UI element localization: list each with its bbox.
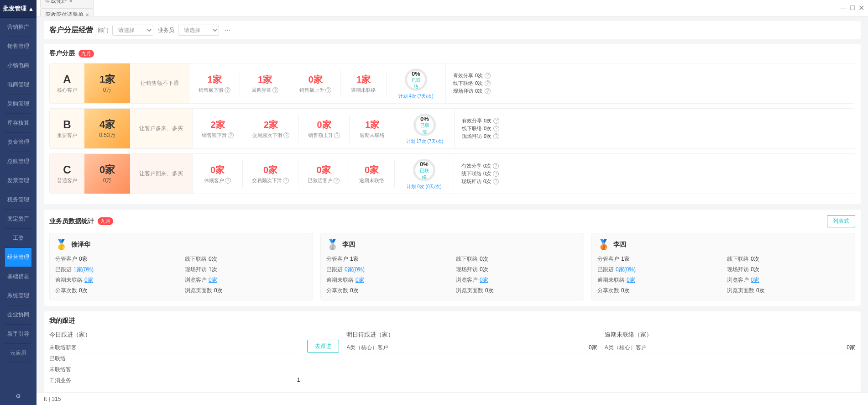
tier-stats-A: 1家 0万 — [84, 63, 130, 103]
sidebar-item-电商管理[interactable]: 电商管理 — [5, 75, 31, 95]
agent-stat-val-1-分享次数: 0次 — [350, 287, 359, 295]
followup-section: 我的跟进 今日跟进（家） 未联络新客已联络未联络客工消业务1 去跟进 明日待跟进… — [44, 311, 861, 392]
sidebar-item-销售管理[interactable]: 销售管理 — [5, 37, 31, 56]
agent-stat-row-0-分享次数: 分享次数 0次 — [55, 287, 178, 295]
tab-minimize-icon[interactable]: — — [839, 4, 847, 12]
tier-row-A: A 核心客户 1家 0万 让销售额不下滑 1家 销售额下滑? 1家 回购异常? … — [49, 63, 855, 104]
agent-stat-val-0-分享次数: 0次 — [79, 287, 88, 295]
filter-more-icon[interactable]: ··· — [225, 26, 230, 34]
agent-stat-val-2-已跟进[interactable]: 0家(0%) — [616, 266, 636, 274]
agent-stat-val-1-已跟进[interactable]: 0家(0%) — [345, 266, 365, 274]
tab-close-生成凭证[interactable]: ✕ — [69, 0, 73, 4]
agent-stat-val-1-浏览客户[interactable]: 0家 — [480, 276, 488, 284]
agent-stat-val-0-逾期未联络[interactable]: 0家 — [84, 276, 93, 284]
sidebar-item-税务管理[interactable]: 税务管理 — [5, 190, 31, 210]
sidebar-item-工资[interactable]: 工资 — [5, 229, 31, 248]
sidebar-item-小畅电商[interactable]: 小畅电商 — [5, 56, 31, 75]
agent-stat-row-0-现场拜访: 现场拜访 1次 — [185, 266, 307, 274]
tier-metric-A-销售额上升: 0家 销售额上升? — [290, 70, 341, 97]
sidebar-item-经营管理[interactable]: 经营管理 — [5, 248, 31, 267]
agent-stats-1: 分管客户 1家 线下联络 0次 已跟进 0家(0%) 现场拜访 0次 逾期未联络… — [326, 255, 578, 295]
tier-circle-A: 0% 已联络 计划 4次 (7天/次) — [387, 63, 446, 103]
agent-card-0: 🥇 徐泽华 分管客户 0家 线下联络 0次 已跟进 1家(0%) 现场拜访 1次 — [49, 233, 313, 300]
agent-stat-val-0-线下联络: 0次 — [209, 255, 217, 263]
agent-stat-row-0-浏览客户: 浏览客户 0家 — [185, 276, 307, 284]
bottom-hint: It } 315 — [37, 393, 868, 405]
agent-stat-val-2-逾期未联络[interactable]: 0家 — [627, 276, 635, 284]
tier-action-A: 让销售额不下滑 — [130, 63, 189, 103]
tier-letter-A: A — [63, 73, 71, 86]
agent-stat-row-2-分享次数: 分享次数 0次 — [597, 287, 720, 295]
followup-title: 我的跟进 — [49, 317, 855, 325]
sidebar-item-新手引导[interactable]: 新手引导 — [5, 325, 31, 344]
biz-section-title: 业务员数据统计 — [49, 217, 94, 226]
tab-maximize-icon[interactable]: □ — [850, 4, 855, 12]
agent-name-2: 李四 — [613, 241, 626, 249]
tier-stats-C: 0家 0万 — [84, 154, 130, 194]
agent-stat-val-0-浏览客户[interactable]: 0家 — [209, 276, 217, 284]
sidebar-item-固定资产[interactable]: 固定资产 — [5, 210, 31, 229]
tier-circle-C: 0% 已联络 计划 0次 (0天/次) — [395, 154, 454, 194]
sidebar-settings[interactable]: ⚙ — [0, 387, 37, 405]
agent-stat-val-0-已跟进[interactable]: 1家(0%) — [73, 266, 94, 274]
sidebar-item-营销推广[interactable]: 营销推广 — [5, 18, 31, 37]
tier-metric-C-休眠客户: 0家 休眠客户? — [193, 160, 243, 188]
circle-text-A: 0% 已联络 — [410, 70, 423, 89]
biz-section-header: 业务员数据统计 九月 列表式 — [49, 215, 855, 227]
tier-metric-B-销售额下滑: 2家 销售额下滑? — [193, 115, 243, 142]
tier-name-C: 普通客户 — [57, 177, 77, 184]
tier-count-B: 4家 — [99, 118, 115, 131]
agent-stat-val-1-浏览页面数: 0次 — [485, 287, 494, 295]
sidebar-item-发票管理[interactable]: 发票管理 — [5, 171, 31, 190]
tier-label-C: C 普通客户 — [50, 154, 84, 194]
tier-metrics-B: 2家 销售额下滑? 2家 交易频次下滑? 0家 销售额上升? 1家 逾期未联络 … — [193, 109, 855, 148]
tab-close-icon[interactable]: ✕ — [858, 4, 864, 12]
sidebar-item-系统管理[interactable]: 系统管理 — [5, 286, 31, 305]
followup-overdue-title: 逾期未联络（家） — [605, 331, 855, 339]
tier-metric-B-交易频次下滑: 2家 交易频次下滑? — [243, 115, 299, 142]
sidebar-items: 营销推广销售管理小畅电商电商管理采购管理库存核算资金管理总账管理发票管理税务管理… — [5, 18, 31, 363]
tier-metrics-C: 0家 休眠客户? 0家 交易频次下滑? 0家 已激活客户? 0家 逾期未联络 0… — [193, 154, 855, 194]
followup-today-rows: 未联络新客已联络未联络客工消业务1 — [49, 342, 300, 386]
agent-stat-row-1-浏览客户: 浏览客户 0家 — [456, 276, 578, 284]
agent-stat-val-1-逾期未联络[interactable]: 0家 — [356, 276, 364, 284]
tier-count-C: 0家 — [99, 163, 115, 177]
agent-card-1: 🥈 李四 分管客户 1家 线下联络 0次 已跟进 0家(0%) 现场拜访 0次 — [320, 233, 584, 300]
sidebar-item-资金管理[interactable]: 资金管理 — [5, 133, 31, 152]
content-area: 客户分层经营 部门 请选择 业务员 请选择 ··· 客户分层 九月 — [37, 16, 868, 405]
circle-wrap-A: 0% 已联络 — [403, 67, 429, 92]
agent-stat-row-1-已跟进: 已跟进 0家(0%) — [326, 266, 449, 274]
sidebar-item-库存核算[interactable]: 库存核算 — [5, 114, 31, 133]
followup-tomorrow-col: 明日待跟进（家） A类（核心）客户0家 — [346, 331, 597, 353]
sidebar-item-基础信息[interactable]: 基础信息 — [5, 267, 31, 286]
sidebar-header[interactable]: 批发管理 ▲ — [0, 0, 37, 18]
sidebar-item-总账管理[interactable]: 总账管理 — [5, 152, 31, 171]
filter-agent-select[interactable]: 请选择 — [178, 25, 219, 36]
list-view-btn[interactable]: 列表式 — [827, 215, 855, 227]
tier-amount-C: 0万 — [103, 177, 112, 184]
tab-应收应付调整单[interactable]: 应收应付调整单✕ — [40, 8, 94, 17]
filter-dept-select[interactable]: 请选择 — [112, 25, 153, 36]
filter-agent-group: 业务员 请选择 ··· — [158, 25, 230, 36]
agent-stat-row-1-线下联络: 线下联络 0次 — [456, 255, 578, 263]
agent-stat-val-1-分管客户: 1家 — [350, 255, 359, 263]
tab-close-应收应付调整单[interactable]: ✕ — [85, 12, 89, 16]
sidebar-collapse-icon[interactable]: ▲ — [28, 5, 34, 12]
tier-extra-C: 有效分享0次?线下联络0次?现场拜访0次? — [454, 159, 506, 189]
sidebar-item-企业协同[interactable]: 企业协同 — [5, 305, 31, 325]
followup-goto-btn[interactable]: 去跟进 — [307, 340, 339, 353]
agent-stat-row-1-现场拜访: 现场拜访 0次 — [456, 266, 578, 274]
tab-生成凭证[interactable]: 生成凭证✕ — [40, 0, 94, 8]
tier-metric-A-销售额下滑: 1家 销售额下滑? — [189, 70, 240, 97]
sidebar-item-云应用[interactable]: 云应用 — [5, 344, 31, 363]
agent-stat-val-2-浏览客户[interactable]: 0家 — [751, 276, 759, 284]
agent-stats-0: 分管客户 0家 线下联络 0次 已跟进 1家(0%) 现场拜访 1次 逾期未联络… — [55, 255, 307, 295]
agent-header-0: 🥇 徐泽华 — [55, 239, 307, 251]
tier-metric-A-回购异常: 1家 回购异常? — [240, 70, 290, 97]
agent-medal-1: 🥈 — [326, 239, 339, 251]
sidebar-item-采购管理[interactable]: 采购管理 — [5, 95, 31, 114]
tier-metric-C-已激活客户: 0家 已激活客户? — [298, 160, 349, 188]
page-header: 客户分层经营 部门 请选择 业务员 请选择 ··· — [44, 21, 861, 39]
followup-row-未联络新客: 未联络新客 — [49, 342, 300, 353]
followup-row-A类（核心）客户: A类（核心）客户0家 — [605, 342, 855, 353]
